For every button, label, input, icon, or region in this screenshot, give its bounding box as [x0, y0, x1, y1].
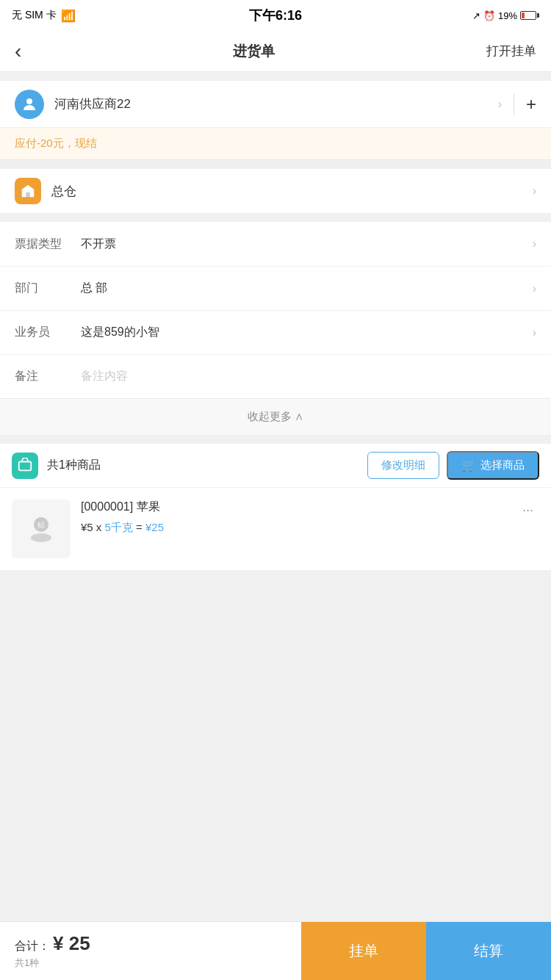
price-value: ¥5 [81, 521, 93, 533]
product-price: ¥5 x 5千克 = ¥25 [81, 521, 516, 535]
remark-placeholder: 备注内容 [81, 369, 536, 384]
alert-banner: 应付-20元，现结 [0, 128, 551, 160]
products-count: 共1种商品 [47, 458, 367, 473]
svg-point-4 [31, 533, 51, 542]
products-section: 共1种商品 修改明细 🛒 选择商品 鲸 [0000001] 苹果 ¥5 x 5千… [0, 444, 551, 570]
back-button[interactable]: ‹ [15, 40, 21, 63]
svg-rect-2 [19, 461, 32, 470]
battery-icon [520, 11, 539, 20]
price-separator: x [96, 521, 105, 533]
collapse-button[interactable]: 收起更多 ∧ [0, 398, 551, 435]
product-title: 苹果 [137, 500, 160, 513]
wifi-icon: 📶 [61, 9, 76, 23]
invoice-chevron-icon: › [533, 237, 536, 251]
form-section: 票据类型 不开票 › 部门 总 部 › 业务员 这是859的小智 › 备注 备注… [0, 222, 551, 435]
remark-row[interactable]: 备注 备注内容 [0, 354, 551, 398]
checkout-label: 结算 [474, 941, 503, 961]
total-label: 合计： [15, 939, 50, 954]
total-value: ¥25 [145, 521, 164, 533]
hang-label: 挂单 [349, 941, 378, 961]
salesman-row[interactable]: 业务员 这是859的小智 › [0, 310, 551, 354]
product-thumbnail: 鲸 [12, 500, 71, 558]
carrier-text: 无 SIM 卡 [12, 9, 57, 22]
product-info: [0000001] 苹果 ¥5 x 5千克 = ¥25 [81, 500, 516, 535]
status-right: ↗ ⏰ 19% [472, 10, 539, 21]
status-bar: 无 SIM 卡 📶 下午6:16 ↗ ⏰ 19% [0, 0, 551, 31]
products-header: 共1种商品 修改明细 🛒 选择商品 [0, 444, 551, 488]
supplier-section: 河南供应商22 › + 应付-20元，现结 [0, 81, 551, 160]
alarm-icon: ⏰ [483, 10, 495, 21]
section-gap-2 [0, 160, 551, 169]
nav-bar: ‹ 进货单 打开挂单 [0, 31, 551, 72]
page-title: 进货单 [233, 42, 275, 61]
checkout-button[interactable]: 结算 [426, 922, 551, 981]
open-hang-button[interactable]: 打开挂单 [486, 43, 536, 60]
edit-detail-button[interactable]: 修改明细 [367, 452, 439, 479]
product-more-button[interactable]: ··· [516, 500, 539, 521]
supplier-avatar [15, 90, 44, 119]
select-product-icon: 🛒 [461, 458, 476, 472]
product-code: [0000001] [81, 500, 133, 513]
warehouse-section: 总仓 › [0, 169, 551, 213]
section-gap-1 [0, 72, 551, 81]
quantity-value: 5千克 [105, 521, 133, 533]
total-count: 共1种 [15, 956, 287, 970]
department-chevron-icon: › [533, 282, 536, 295]
invoice-row[interactable]: 票据类型 不开票 › [0, 222, 551, 266]
warehouse-name: 总仓 [51, 183, 533, 200]
product-name: [0000001] 苹果 [81, 500, 516, 515]
hang-button[interactable]: 挂单 [301, 922, 426, 981]
price-equals: = [136, 521, 145, 533]
select-product-button[interactable]: 🛒 选择商品 [447, 451, 539, 480]
warehouse-icon [15, 178, 41, 204]
battery-text: 19% [498, 10, 517, 21]
invoice-label: 票据类型 [15, 237, 81, 252]
status-time: 下午6:16 [249, 7, 302, 24]
warehouse-row[interactable]: 总仓 › [0, 169, 551, 213]
remark-label: 备注 [15, 369, 81, 384]
status-left: 无 SIM 卡 📶 [12, 9, 76, 23]
svg-rect-1 [26, 192, 30, 197]
total-section: 合计： ¥ 25 共1种 [0, 932, 301, 970]
product-item: 鲸 [0000001] 苹果 ¥5 x 5千克 = ¥25 ··· [0, 488, 551, 570]
salesman-chevron-icon: › [533, 326, 536, 339]
supplier-name: 河南供应商22 [54, 96, 498, 112]
department-label: 部门 [15, 281, 81, 296]
bottom-bar: 合计： ¥ 25 共1种 挂单 结算 [0, 921, 551, 980]
collapse-label: 收起更多 ∧ [248, 410, 303, 424]
salesman-value: 这是859的小智 [81, 325, 533, 340]
location-icon: ↗ [472, 10, 480, 21]
section-gap-3 [0, 213, 551, 222]
salesman-label: 业务员 [15, 325, 81, 340]
supplier-chevron-icon: › [498, 98, 502, 111]
department-value: 总 部 [81, 281, 533, 296]
supplier-row[interactable]: 河南供应商22 › + [0, 81, 551, 128]
select-product-label: 选择商品 [480, 458, 525, 472]
total-amount: ¥ 25 [53, 932, 90, 955]
invoice-value: 不开票 [81, 237, 533, 252]
svg-point-0 [26, 98, 32, 104]
add-supplier-button[interactable]: + [526, 94, 536, 115]
svg-text:鲸: 鲸 [37, 521, 45, 529]
department-row[interactable]: 部门 总 部 › [0, 266, 551, 310]
products-icon [12, 453, 38, 479]
supplier-divider [514, 93, 514, 115]
warehouse-chevron-icon: › [533, 184, 536, 198]
